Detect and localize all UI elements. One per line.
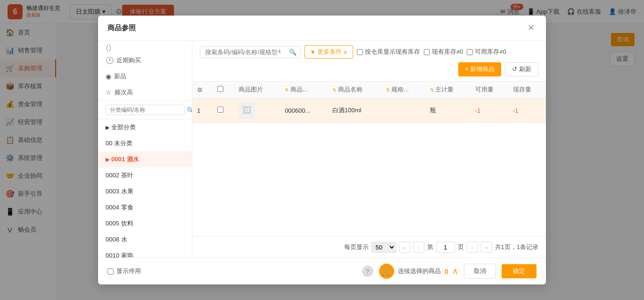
footer-right: ? 🛒 连续选择的商品 0 ∧ 取消 确定 xyxy=(362,264,537,279)
clock-icon: 🕐 xyxy=(106,57,114,64)
modal-footer: 显示停用 ? 🛒 连续选择的商品 0 ∧ 取消 确定 xyxy=(98,258,546,284)
quick-new[interactable]: ◉ 新品 xyxy=(98,68,192,84)
filter-btn[interactable]: ▼ 更多条件 ∧ xyxy=(305,45,353,58)
table-row[interactable]: 1 🖼 000600... 白酒100ml 瓶 -1 -1 xyxy=(192,98,546,123)
checkbox-stock-label[interactable]: 现有库存≠0 xyxy=(424,48,463,56)
row-name: 白酒100ml xyxy=(328,98,381,123)
th-code[interactable]: ⇅ 商品... xyxy=(280,82,328,98)
arrow-icon: ▶ xyxy=(106,125,109,131)
quick-section: ⟨⟩ 🕐 近期购买 ◉ 新品 ☆ 频次高 xyxy=(98,41,192,101)
collapse-icon[interactable]: ⟨⟩ xyxy=(106,43,111,52)
refresh-btn[interactable]: ↺ 刷新 xyxy=(505,62,538,76)
th-settings[interactable]: ⚙ xyxy=(192,82,213,98)
select-all-checkbox[interactable] xyxy=(217,86,223,92)
category-search: 🔍 xyxy=(98,101,192,119)
chevron-up-icon: ∧ xyxy=(343,49,348,56)
th-name[interactable]: ⇅ 商品名称 xyxy=(328,82,381,98)
first-page-btn[interactable]: « xyxy=(399,242,410,253)
row-checkbox[interactable] xyxy=(213,98,234,123)
cat-0004[interactable]: 0004 零食 xyxy=(98,200,192,216)
category-tree: ▶ 全部分类 00 未分类 ▶ 0001 酒水 0002 茶叶 0003 水果 xyxy=(98,119,192,258)
row-stock: -1 xyxy=(508,98,546,123)
cat-search-input[interactable] xyxy=(106,105,185,115)
row-available: -1 xyxy=(471,98,508,123)
cat-00[interactable]: 00 未分类 xyxy=(98,135,192,151)
th-available: 可用量 xyxy=(471,82,508,98)
product-panel: 🔍 ▼ 更多条件 ∧ 按仓库显示现有库存 现有库存≠0 xyxy=(192,41,546,258)
page-input[interactable] xyxy=(436,242,455,253)
row-unit: 瓶 xyxy=(425,98,471,123)
new-icon: ◉ xyxy=(106,73,111,80)
cart-collapse-icon[interactable]: ∧ xyxy=(452,266,458,276)
next-page-btn[interactable]: › xyxy=(467,242,478,253)
arrow-icon-0001: ▶ xyxy=(106,157,109,163)
checkbox-warehouse-label[interactable]: 按仓库显示现有库存 xyxy=(357,48,420,56)
toolbar-right: + 新增商品 ↺ 刷新 xyxy=(458,62,538,76)
cat-search-icon[interactable]: 🔍 xyxy=(187,107,192,114)
th-unit[interactable]: ⇅ 主计量 xyxy=(425,82,471,98)
total-info: 共1页，1条记录 xyxy=(495,243,538,251)
cat-0005[interactable]: 0005 饮料 xyxy=(98,216,192,232)
cancel-button[interactable]: 取消 xyxy=(464,264,496,279)
star-icon: ☆ xyxy=(106,89,112,96)
confirm-button[interactable]: 确定 xyxy=(502,264,537,278)
th-img: 商品图片 xyxy=(234,82,280,98)
modal-body: ⟨⟩ 🕐 近期购买 ◉ 新品 ☆ 频次高 xyxy=(98,41,546,258)
row-code: 000600... xyxy=(280,98,328,123)
modal-close-button[interactable]: ✕ xyxy=(525,22,537,33)
cat-0002[interactable]: 0002 茶叶 xyxy=(98,167,192,183)
cart-area: 🛒 连续选择的商品 0 ∧ xyxy=(379,264,458,279)
prod-toolbar: 🔍 ▼ 更多条件 ∧ 按仓库显示现有库存 现有库存≠0 xyxy=(192,41,546,82)
cat-0003[interactable]: 0003 水果 xyxy=(98,183,192,200)
filter-icon: ▼ xyxy=(310,49,316,56)
search-icon[interactable]: 🔍 xyxy=(285,47,300,58)
cart-icon-btn[interactable]: 🛒 xyxy=(379,264,394,279)
product-reference-modal: 商品参照 ✕ ⟨⟩ 🕐 近期购买 ◉ 新品 xyxy=(98,16,546,284)
pagination: 每页显示 10 20 50 100 « ‹ 第 页 › » 共1页，1条记录 xyxy=(192,236,546,258)
page-label: 第 xyxy=(427,243,433,251)
help-icon[interactable]: ? xyxy=(362,266,373,277)
quick-frequent[interactable]: ☆ 频次高 xyxy=(98,84,192,100)
modal-title: 商品参照 xyxy=(107,24,136,33)
last-page-btn[interactable]: » xyxy=(481,242,492,253)
search-box: 🔍 xyxy=(200,46,301,58)
checkbox-warehouse[interactable] xyxy=(357,49,363,55)
table-header-row: ⚙ 商品图片 ⇅ 商品... ⇅ 商品名称 ⇅ 规格... ⇅ 主计量 可用量 … xyxy=(192,82,546,98)
checkbox-avail-label[interactable]: 可用库存≠0 xyxy=(467,48,506,56)
show-disabled-checkbox[interactable] xyxy=(107,268,114,275)
th-spec[interactable]: ⇅ 规格... xyxy=(381,82,425,98)
row-num: 1 xyxy=(192,98,213,123)
page-size-select[interactable]: 10 20 50 100 xyxy=(372,242,396,253)
add-product-btn[interactable]: + 新增商品 xyxy=(458,62,501,76)
checkbox-avail-ne0[interactable] xyxy=(467,49,473,55)
product-image: 🖼 xyxy=(239,102,256,119)
row-spec xyxy=(381,98,425,123)
product-search-input[interactable] xyxy=(200,47,285,58)
modal-overlay: 商品参照 ✕ ⟨⟩ 🕐 近期购买 ◉ 新品 xyxy=(0,0,644,300)
modal-header: 商品参照 ✕ xyxy=(98,16,546,41)
cat-all[interactable]: ▶ 全部分类 xyxy=(98,119,192,135)
product-table: ⚙ 商品图片 ⇅ 商品... ⇅ 商品名称 ⇅ 规格... ⇅ 主计量 可用量 … xyxy=(192,82,546,236)
checkbox-stock-ne0[interactable] xyxy=(424,49,430,55)
category-panel: ⟨⟩ 🕐 近期购买 ◉ 新品 ☆ 频次高 xyxy=(98,41,192,258)
quick-recent[interactable]: 🕐 近期购买 xyxy=(98,52,192,68)
cat-0001[interactable]: ▶ 0001 酒水 xyxy=(98,151,192,167)
show-disabled-label[interactable]: 显示停用 xyxy=(107,267,141,275)
page-unit: 页 xyxy=(458,243,464,251)
cat-0008[interactable]: 0008 水 xyxy=(98,232,192,248)
th-checkbox[interactable] xyxy=(213,82,234,98)
row-img: 🖼 xyxy=(234,98,280,123)
cat-0010[interactable]: 0010 家电 xyxy=(98,248,192,258)
page-size-label: 每页显示 xyxy=(344,243,369,251)
prev-page-btn[interactable]: ‹ xyxy=(413,242,424,253)
th-stock: 现存量 xyxy=(508,82,546,98)
